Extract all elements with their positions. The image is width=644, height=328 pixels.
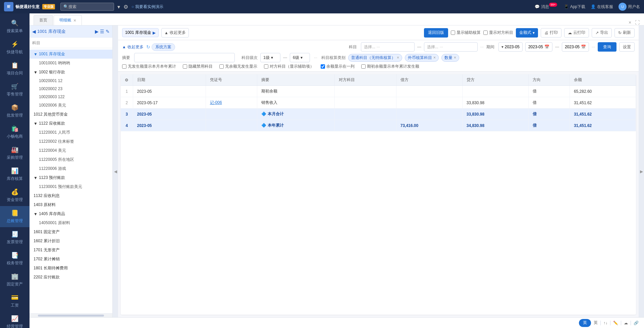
- tree-node-1602[interactable]: 1602 累计折旧: [30, 237, 112, 246]
- show-aux-input[interactable]: [451, 30, 455, 35]
- demo-link[interactable]: ○ 我要看实例演示: [131, 4, 163, 10]
- tree-back-icon[interactable]: ◀: [32, 29, 36, 34]
- tree-search-input[interactable]: [32, 41, 110, 45]
- checkbox-opposite-input[interactable]: [264, 64, 268, 69]
- level-to-select[interactable]: 6级 ▾: [290, 53, 310, 62]
- sidebar-item-inventory[interactable]: 📊 库存核算: [0, 164, 30, 185]
- checkbox-opposite[interactable]: 对方科目（显示辅助项）: [264, 64, 314, 69]
- tree-forward-icon[interactable]: ▶: [95, 29, 99, 34]
- settings-icon[interactable]: ⚙: [123, 3, 129, 11]
- sidebar-item-search[interactable]: 🔍 搜索菜单: [0, 16, 30, 37]
- sidebar-item-assets[interactable]: 🏢 固定资产: [0, 269, 30, 290]
- tree-node-10020003[interactable]: 10020003 122: [30, 93, 112, 101]
- message-btn[interactable]: 💬 消息 99+: [535, 4, 558, 10]
- tree-node-11220001[interactable]: 11220001 人民币: [30, 128, 112, 137]
- sidebar-item-capital[interactable]: 💰 资金管理: [0, 185, 30, 206]
- sidebar-item-ledger[interactable]: 📒 总账管理: [0, 206, 30, 227]
- sidebar-item-ecommerce[interactable]: 🛍️ 小畅电商: [0, 122, 30, 143]
- tree-node-10010001[interactable]: 10010001 哟哟哟: [30, 59, 112, 68]
- style-btn[interactable]: 金额式 ▾: [516, 28, 538, 38]
- level-from-select[interactable]: 1级 ▾: [260, 53, 280, 62]
- sidebar-item-quick[interactable]: ⚡ 快捷导航: [0, 37, 30, 58]
- print-btn[interactable]: 🖨 打印: [541, 28, 561, 38]
- tree-menu-icon[interactable]: ☰: [100, 29, 104, 34]
- tree-scrollbar[interactable]: [38, 315, 104, 317]
- tag-foreign-close-icon[interactable]: ×: [433, 55, 436, 60]
- sidebar-item-project[interactable]: 📋 项目合同: [0, 58, 30, 79]
- summary-input[interactable]: [134, 53, 235, 62]
- filter-refresh-icon[interactable]: ↻: [146, 44, 150, 50]
- subject-input-right[interactable]: 选择... ···: [424, 42, 478, 52]
- dropdown-icon[interactable]: ▾: [117, 3, 121, 11]
- sidebar-item-invoice[interactable]: 🧾 发票管理: [0, 227, 30, 248]
- checkbox-balance-col[interactable]: 余额显示在一列: [321, 64, 355, 69]
- tree-node-2202[interactable]: 2202 应付账款: [30, 273, 112, 282]
- subject-input-left[interactable]: 选择... ···: [361, 42, 415, 52]
- lang-btn[interactable]: 英: [579, 319, 591, 327]
- tree-node-1123[interactable]: ▼ 1123 预付账款: [30, 173, 112, 182]
- tree-node-1701[interactable]: 1701 无形资产: [30, 246, 112, 255]
- period-start-select[interactable]: ▾ 2023-05: [498, 42, 523, 52]
- voucher-link-2[interactable]: 记-006: [210, 100, 222, 105]
- tree-edit-icon[interactable]: ✎: [106, 29, 110, 34]
- more-btn[interactable]: ▲ 收起更多: [161, 28, 189, 38]
- app-download-btn[interactable]: 📱 App下载: [564, 4, 585, 10]
- window-close-btn[interactable]: ×: [627, 20, 633, 25]
- settings-btn[interactable]: 设置: [619, 42, 635, 52]
- tree-node-1702[interactable]: 1702 累计摊销: [30, 255, 112, 264]
- col-gear[interactable]: ⚙: [121, 74, 133, 86]
- tree-node-11220006[interactable]: 11220006 游戏: [30, 164, 112, 173]
- left-collapse-btn[interactable]: ◀: [113, 25, 118, 317]
- checkbox-balance-col-input[interactable]: [321, 64, 325, 69]
- checkbox-period-begin-input[interactable]: [361, 64, 366, 69]
- period-start-date[interactable]: 2023-05 📅: [525, 42, 552, 52]
- checkbox-no-balance-input[interactable]: [122, 64, 126, 69]
- tree-node-1012[interactable]: 1012 其他货币资金: [30, 110, 112, 119]
- tree-node-14050001[interactable]: 14050001 原材料: [30, 218, 112, 227]
- export-btn[interactable]: ↗ 导出: [592, 28, 612, 38]
- tag-quantity-close-icon[interactable]: ×: [454, 55, 456, 60]
- return-old-btn[interactable]: 退回旧版: [424, 28, 448, 38]
- checkbox-no-balance[interactable]: 无发生额显示本月本年累计: [122, 64, 176, 69]
- sidebar-item-tax[interactable]: 📑 税务管理: [0, 248, 30, 269]
- show-aux-checkbox[interactable]: 显示辅助核算: [451, 30, 481, 36]
- checkbox-no-zero-input[interactable]: [219, 64, 224, 69]
- sidebar-item-purchase[interactable]: 🏭 采购管理: [0, 143, 30, 164]
- sidebar-item-wholesale[interactable]: 📦 批发管理: [0, 101, 30, 122]
- query-btn[interactable]: 查询: [598, 42, 616, 52]
- checkbox-period-begin[interactable]: 期初余额显示本年累计发生额: [361, 64, 419, 69]
- tree-node-10020001[interactable]: 10020001 12: [30, 77, 112, 85]
- status-item-cloud[interactable]: ☁: [624, 321, 628, 325]
- tree-node-10020002[interactable]: 10020002 23: [30, 85, 112, 93]
- tree-node-11220002[interactable]: 11220002 往来标签: [30, 137, 112, 146]
- tree-node-10020006[interactable]: 10020006 美元: [30, 101, 112, 110]
- right-expand-btn[interactable]: ▶: [639, 25, 644, 317]
- tree-node-1001[interactable]: ▼ 1001 库存现金: [30, 50, 112, 59]
- sidebar-item-salary[interactable]: 💳 工资: [0, 290, 30, 312]
- tree-node-1122[interactable]: ▼ 1122 应收账款: [30, 119, 112, 128]
- cloud-print-btn[interactable]: ☁ 云打印: [564, 28, 589, 38]
- tree-node-11220005[interactable]: 11220005 所在地区: [30, 155, 112, 164]
- tree-node-1132[interactable]: 1132 应收利息: [30, 191, 112, 200]
- refresh-btn[interactable]: ↻ 刷新: [614, 28, 635, 38]
- tab-home[interactable]: 首页: [34, 15, 53, 25]
- checkbox-hide-disabled-input[interactable]: [183, 64, 187, 69]
- status-item-edit[interactable]: ✏️: [613, 321, 618, 325]
- sidebar-item-retail[interactable]: 🛒 零售管理: [0, 79, 30, 101]
- checkbox-no-zero[interactable]: 无余额无发生显示: [219, 64, 257, 69]
- tree-node-1601[interactable]: 1601 固定资产: [30, 227, 112, 237]
- show-subject-input[interactable]: [483, 30, 488, 35]
- tree-node-11230001[interactable]: 11230001 预付账款美元: [30, 182, 112, 191]
- period-end-date[interactable]: 2023-05 📅: [562, 42, 589, 52]
- tree-node-11220004[interactable]: 11220004 美元: [30, 146, 112, 155]
- tab-detail[interactable]: 明细账 ×: [54, 15, 82, 25]
- sidebar-item-mgmt[interactable]: 📈 经营管理: [0, 312, 30, 328]
- tab-close-icon[interactable]: ×: [73, 18, 76, 23]
- user-area[interactable]: U 用户名: [619, 3, 640, 11]
- checkbox-hide-disabled[interactable]: 隐藏禁用科目: [183, 64, 213, 69]
- tree-node-1801[interactable]: 1801 长期待摊费用: [30, 264, 112, 273]
- tree-node-1405[interactable]: ▼ 1405 库存商品: [30, 209, 112, 218]
- status-item-link[interactable]: 🔗: [634, 321, 639, 325]
- status-item-lang[interactable]: 英: [594, 320, 598, 326]
- tree-node-1002[interactable]: ▼ 1002 银行存款: [30, 68, 112, 77]
